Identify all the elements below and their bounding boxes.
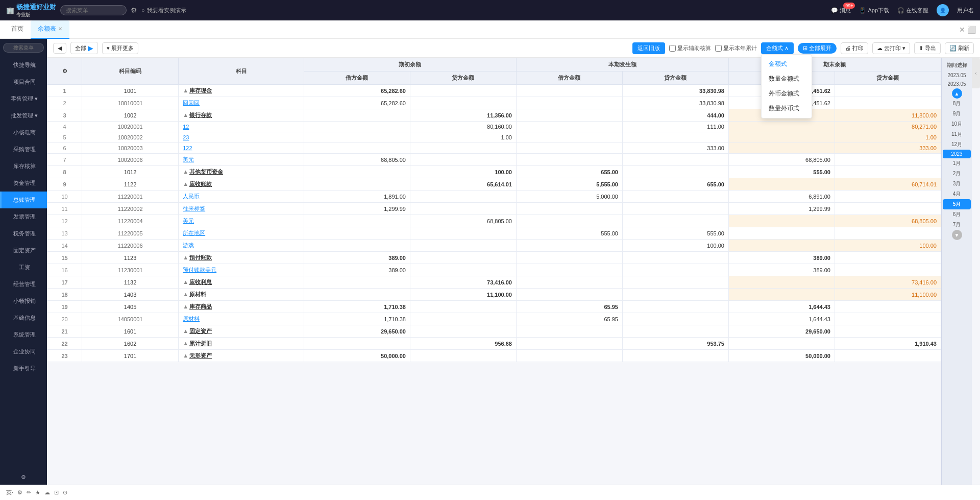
messages-button[interactable]: 💬 消息 99+	[831, 7, 851, 14]
row-name[interactable]: ▲其他货币资金	[179, 166, 304, 178]
auxiliary-checkbox[interactable]	[669, 45, 676, 52]
dropdown-item-qty-foreign[interactable]: 数量外币式	[762, 101, 812, 116]
row-name[interactable]: ▲累计折旧	[179, 338, 304, 350]
amount-type-button[interactable]: 金额式 ∧	[761, 42, 794, 54]
row-name[interactable]: 预付账款美元	[179, 264, 304, 276]
row-name[interactable]: ▲无形资产	[179, 350, 304, 362]
export-button[interactable]: ⬆ 导出	[914, 42, 941, 54]
sidebar-item-project[interactable]: 项目合同	[0, 74, 47, 90]
sidebar-item-invoice[interactable]: 发票管理	[0, 208, 47, 225]
month-item[interactable]: 12月	[943, 139, 971, 150]
year-total-checkbox[interactable]	[715, 45, 722, 52]
year-total-checkbox-label[interactable]: 显示本年累计	[715, 44, 757, 52]
table-scroll-area[interactable]: ⚙ 科目编码 科目 期初余额 本期发生额 期末余额 借方金额 贷方金额 借方金额…	[47, 58, 941, 485]
dropdown-item-qty-amount[interactable]: 数量金额式	[762, 72, 812, 86]
sidebar-item-guide[interactable]: 新手引导	[0, 360, 47, 377]
right-panel-collapse-button[interactable]: ‹	[972, 58, 980, 88]
right-panel-2023-1[interactable]: 2023.05	[943, 71, 971, 80]
row-name[interactable]: ▲应收账款	[179, 178, 304, 191]
month-item[interactable]: 7月	[943, 220, 971, 230]
right-panel-2023-2[interactable]: 2023.05	[943, 80, 971, 88]
online-support-button[interactable]: 🎧 在线客服	[897, 7, 928, 14]
sidebar-item-wholesale[interactable]: 批发管理 ▾	[0, 107, 47, 124]
right-panel-up-icon[interactable]: ▲	[952, 88, 962, 99]
bottom-lang-icon[interactable]: 英·	[6, 489, 13, 496]
row-name[interactable]: ▲银行存款	[179, 109, 304, 122]
month-item[interactable]: 2023	[943, 150, 971, 158]
sidebar-item-ecommerce[interactable]: 小畅电商	[0, 124, 47, 141]
sidebar-search-input[interactable]	[3, 43, 44, 53]
bottom-cloud-icon[interactable]: ☁	[44, 489, 50, 496]
row-name[interactable]: ▲应收利息	[179, 276, 304, 289]
amount-type-dropdown[interactable]: 金额式 ∧ 金额式 数量金额式 外币金额式 数量外币式	[761, 42, 794, 54]
sidebar-item-system[interactable]: 系统管理	[0, 326, 47, 343]
row-name[interactable]: 游戏	[179, 240, 304, 252]
sidebar-settings-button[interactable]: ⚙	[0, 470, 47, 485]
user-avatar[interactable]: 👤	[937, 4, 949, 16]
row-name[interactable]: 23	[179, 132, 304, 143]
demo-link[interactable]: ○ 我要看实例演示	[141, 7, 186, 14]
sidebar-item-assets[interactable]: 固定资产	[0, 242, 47, 259]
month-item[interactable]: 1月	[943, 158, 971, 169]
sidebar-item-tax[interactable]: 税务管理	[0, 225, 47, 242]
return-old-button[interactable]: 返回旧版	[632, 42, 665, 54]
settings-header[interactable]: ⚙	[47, 58, 82, 85]
all-button[interactable]: 全部 ▶	[70, 42, 98, 54]
row-name[interactable]: 往来标签	[179, 203, 304, 215]
expand-all-toggle[interactable]: ⊞ 全部展开	[798, 43, 837, 54]
tab-home[interactable]: 首页	[4, 20, 31, 39]
month-item[interactable]: 8月	[943, 99, 971, 109]
user-name[interactable]: 用户名	[957, 7, 974, 14]
month-item[interactable]: 5月	[943, 199, 971, 209]
sidebar-item-basic-info[interactable]: 基础信息	[0, 309, 47, 326]
month-item[interactable]: 2月	[943, 169, 971, 179]
sidebar-item-ledger[interactable]: 总账管理	[0, 192, 47, 208]
tab-bar-close-icon[interactable]: ✕	[959, 26, 965, 34]
tab-bar-restore-icon[interactable]: ⬜	[967, 26, 976, 34]
month-item[interactable]: 6月	[943, 209, 971, 220]
app-download-button[interactable]: 📱 App下载	[859, 7, 889, 14]
row-name[interactable]: 原材料	[179, 313, 304, 325]
month-item[interactable]: 9月	[943, 109, 971, 119]
row-name[interactable]: 122	[179, 143, 304, 154]
sidebar-item-purchase[interactable]: 采购管理	[0, 141, 47, 158]
cloud-print-button[interactable]: ☁ 云打印 ▾	[872, 42, 910, 54]
right-panel-down-icon[interactable]: ▼	[952, 230, 962, 240]
sidebar-item-finance[interactable]: 资金管理	[0, 175, 47, 192]
sidebar-item-quick-nav[interactable]: 快捷导航	[0, 57, 47, 74]
row-name[interactable]: 12	[179, 122, 304, 132]
sidebar-item-expense[interactable]: 小畅报销	[0, 293, 47, 309]
month-item[interactable]: 10月	[943, 119, 971, 129]
month-item[interactable]: 4月	[943, 189, 971, 199]
sidebar-item-retail[interactable]: 零售管理 ▾	[0, 90, 47, 107]
dropdown-item-foreign-amount[interactable]: 外币金额式	[762, 86, 812, 101]
bottom-edit-icon[interactable]: ✏	[27, 489, 31, 496]
row-name[interactable]: ▲固定资产	[179, 325, 304, 338]
row-name[interactable]: ▲库存商品	[179, 301, 304, 313]
sidebar-item-payroll[interactable]: 工资	[0, 259, 47, 276]
row-name[interactable]: ▲原材料	[179, 289, 304, 301]
tab-balance[interactable]: 余额表 ✕	[31, 20, 69, 39]
row-name[interactable]: ▲预付账款	[179, 252, 304, 264]
bottom-settings-icon[interactable]: ⚙	[17, 489, 22, 496]
row-name[interactable]: 回回回	[179, 97, 304, 109]
top-settings-icon[interactable]: ⚙	[131, 6, 137, 14]
sidebar-item-collab[interactable]: 企业协同	[0, 343, 47, 360]
bottom-circle-icon[interactable]: ⊙	[63, 489, 67, 496]
dropdown-item-amount[interactable]: 金额式	[762, 57, 812, 72]
row-name[interactable]: 所在地区	[179, 227, 304, 240]
auxiliary-checkbox-label[interactable]: 显示辅助核算	[669, 44, 711, 52]
bottom-star-icon[interactable]: ★	[35, 489, 40, 496]
row-name[interactable]: 人民币	[179, 191, 304, 203]
print-button[interactable]: 🖨 打印	[841, 42, 868, 54]
expand-button[interactable]: ▾ 展开更多	[102, 42, 138, 54]
refresh-button[interactable]: 🔄 刷新	[945, 42, 974, 54]
sidebar-item-inventory[interactable]: 库存核算	[0, 158, 47, 175]
month-item[interactable]: 3月	[943, 179, 971, 189]
sidebar-item-operations[interactable]: 经营管理	[0, 276, 47, 293]
month-item[interactable]: 11月	[943, 129, 971, 139]
row-name[interactable]: 美元	[179, 215, 304, 227]
top-search-input[interactable]	[60, 5, 127, 15]
row-name[interactable]: ▲库存现金	[179, 85, 304, 97]
tab-close-icon[interactable]: ✕	[58, 26, 62, 32]
